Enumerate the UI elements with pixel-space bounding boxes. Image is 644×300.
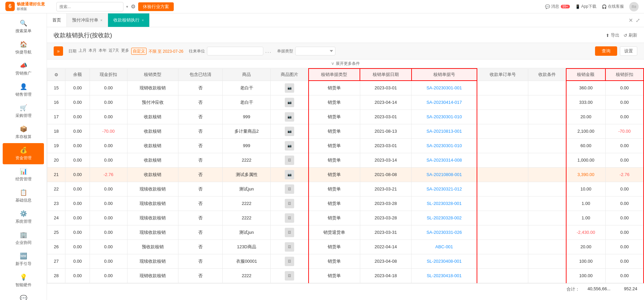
col-header-include-cleared[interactable]: 包含已结清 xyxy=(178,69,222,81)
search-dropdown-arrow[interactable]: ▾ xyxy=(126,4,128,9)
cell-num: 19 xyxy=(47,138,65,153)
col-header-writeoff-discount[interactable]: 核销折扣 xyxy=(605,69,644,81)
cell-bill-no[interactable]: SA-20230301-010 xyxy=(412,138,477,153)
tab-prepay[interactable]: 预付冲应付单 × xyxy=(67,13,108,27)
sidebar-item-finance[interactable]: 💰 资金管理 xyxy=(3,143,44,164)
user-avatar[interactable]: Rit xyxy=(629,2,639,11)
data-table-container[interactable]: ⚙ 余额 现金折扣 核销类型 包含已结清 商品 商品图片 核销单据类型 核销单据… xyxy=(47,68,644,300)
cell-bill-no[interactable]: SL-20230418-001 xyxy=(412,268,477,283)
cell-bill-no[interactable]: SL-20230328-001 xyxy=(412,196,477,211)
cell-writeoff-discount: 0.00 xyxy=(605,240,644,254)
cell-receipt-condition xyxy=(528,110,566,124)
bill-no-link[interactable]: SA-20230321-012 xyxy=(426,186,462,191)
filter-date-7days[interactable]: 近7天 xyxy=(109,48,119,55)
col-header-gear[interactable]: ⚙ xyxy=(47,69,65,81)
sidebar-item-operations[interactable]: 📊 经营管理 xyxy=(0,164,47,185)
sidebar-item-smart-hardware[interactable]: 💡 智能硬件 xyxy=(0,270,47,291)
sidebar-item-beginner[interactable]: 🆕 新手引导 xyxy=(0,249,47,270)
col-header-writeoff-amount[interactable]: 核销金额 xyxy=(566,69,605,81)
filter-settings-button[interactable]: 设置 xyxy=(620,46,637,56)
online-service-link[interactable]: 🎧 在线客服 xyxy=(602,4,624,9)
filter-bill-type-select[interactable] xyxy=(295,47,335,55)
col-header-writeoff-type[interactable]: 核销类型 xyxy=(127,69,178,81)
sidebar-item-sales[interactable]: 👤 销售管理 xyxy=(0,80,47,101)
sidebar-item-basic-info[interactable]: 📋 基础信息 xyxy=(0,185,47,207)
cell-bill-no[interactable]: SA-20230331-026 xyxy=(412,225,477,240)
col-header-receipt-condition[interactable]: 收款条件 xyxy=(528,69,566,81)
bill-no-link[interactable]: SL-20230418-001 xyxy=(427,273,462,278)
cell-cash-discount: 0.00 xyxy=(90,182,127,196)
col-header-balance[interactable]: 余额 xyxy=(65,69,90,81)
settings-gear-icon[interactable]: ⚙ xyxy=(131,3,136,10)
sidebar-item-marketing[interactable]: 📣 营销推广 xyxy=(0,58,47,80)
filter-date-custom[interactable]: 自定义 xyxy=(131,48,147,55)
export-button[interactable]: ⬆ 导出 xyxy=(606,32,620,38)
filter-date-last-month[interactable]: 上月 xyxy=(78,48,87,55)
bill-no-link[interactable]: SA-20230314-008 xyxy=(426,158,462,163)
filter-unit-input[interactable] xyxy=(207,47,263,55)
bill-no-link[interactable]: SL-20230408-001 xyxy=(427,259,462,264)
col-header-cash-discount[interactable]: 现金折扣 xyxy=(90,69,127,81)
tab-expand-icon[interactable]: ⤢ xyxy=(636,17,640,24)
col-header-bill-date[interactable]: 核销单据日期 xyxy=(360,69,412,81)
col-header-bill-no[interactable]: 核销单据号 xyxy=(412,69,477,81)
messages-link[interactable]: 💬 消息 99+ xyxy=(545,4,570,9)
sidebar-item-inventory[interactable]: 📦 库存核算 xyxy=(0,122,47,143)
app-download-link[interactable]: 📱 App下载 xyxy=(575,4,596,9)
cell-bill-no[interactable]: SA-20230301-001 xyxy=(412,81,477,95)
bill-no-link[interactable]: SA-20230301-001 xyxy=(426,85,462,90)
table-row: 22 0.00 0.00 现续收款核销 否 测试jun 🖼 销货单 2023-0… xyxy=(47,182,644,196)
bill-no-link[interactable]: ABC-001 xyxy=(435,244,453,249)
filter-date-more[interactable]: 更多 xyxy=(121,48,129,55)
sidebar-item-search-menu[interactable]: 🔍 搜索菜单 xyxy=(0,16,47,37)
cell-bill-no[interactable]: SL-20230408-001 xyxy=(412,254,477,268)
query-button[interactable]: 查询 xyxy=(595,46,617,56)
tab-close-all-icon[interactable]: ✕ xyxy=(629,17,633,24)
tab-collection[interactable]: 收款核销执行 × xyxy=(108,13,149,27)
cell-bill-no[interactable]: ABC-001 xyxy=(412,240,477,254)
tab-home[interactable]: 首页 xyxy=(47,13,67,27)
cell-writeoff-amount: 60.00 xyxy=(566,138,605,153)
cell-bill-no[interactable]: SL-20230328-002 xyxy=(412,211,477,225)
sidebar-item-quick-nav[interactable]: 🏠 快捷导航 xyxy=(0,37,47,58)
bill-no-link[interactable]: SA-20230301-010 xyxy=(426,143,462,148)
filter-date-this-month[interactable]: 本月 xyxy=(89,48,97,55)
cell-bill-no[interactable]: SA-20230314-008 xyxy=(412,153,477,167)
bill-no-link[interactable]: SA-20210813-001 xyxy=(426,129,462,134)
cell-bill-type: 销货单 xyxy=(309,211,360,225)
sidebar-item-purchase[interactable]: 🛒 采购管理 xyxy=(0,101,47,122)
cell-num: 20 xyxy=(47,153,65,167)
bill-no-link[interactable]: SL-20230328-001 xyxy=(427,201,462,206)
cell-bill-date: 2023-03-01 xyxy=(360,110,412,124)
cell-bill-no[interactable]: SA-20210808-001 xyxy=(412,167,477,182)
filter-expand-button[interactable]: » xyxy=(54,46,63,56)
cell-bill-no[interactable]: SA-20230414-017 xyxy=(412,95,477,110)
cell-bill-no[interactable]: SA-20210813-001 xyxy=(412,124,477,138)
page-title-text: 收款核销执行(按收款) xyxy=(54,31,112,39)
cell-bill-no[interactable]: SA-20230301-010 xyxy=(412,110,477,124)
filter-date-this-year[interactable]: 本年 xyxy=(99,48,107,55)
bill-no-link[interactable]: SA-20230301-010 xyxy=(426,114,462,119)
sidebar-item-enterprise[interactable]: 🏢 企业协同 xyxy=(0,228,47,249)
bill-no-link[interactable]: SA-20230331-026 xyxy=(426,230,462,235)
col-header-receipt-order[interactable]: 收款单订单号 xyxy=(477,69,528,81)
refresh-button[interactable]: ↺ 刷新 xyxy=(624,32,637,38)
bill-no-link[interactable]: SA-20230414-017 xyxy=(426,100,462,105)
bill-no-link[interactable]: SA-20210808-001 xyxy=(426,172,462,177)
tab-prepay-close[interactable]: × xyxy=(100,18,102,22)
industry-solution-button[interactable]: 休验行业方案 xyxy=(138,2,174,11)
cell-bill-no[interactable]: SA-20230321-012 xyxy=(412,182,477,196)
chart-icon: 📊 xyxy=(20,168,27,175)
bill-no-link[interactable]: SL-20230328-002 xyxy=(427,215,462,220)
cell-receipt-order xyxy=(477,268,528,283)
sidebar-item-wechat[interactable]: 💬 企业微信 xyxy=(0,291,47,300)
top-search-input[interactable] xyxy=(56,2,123,11)
col-header-bill-type[interactable]: 核销单据类型 xyxy=(309,69,360,81)
expand-more-link[interactable]: ∨ 展开更多条件 xyxy=(331,61,360,67)
tab-collection-close[interactable]: × xyxy=(142,18,144,22)
sidebar-item-system[interactable]: ⚙️ 系统管理 xyxy=(0,207,47,228)
cell-balance: 0.00 xyxy=(65,182,90,196)
cell-product: 123D商品 xyxy=(223,240,271,254)
col-header-product[interactable]: 商品 xyxy=(223,69,271,81)
col-header-product-image[interactable]: 商品图片 xyxy=(271,69,309,81)
